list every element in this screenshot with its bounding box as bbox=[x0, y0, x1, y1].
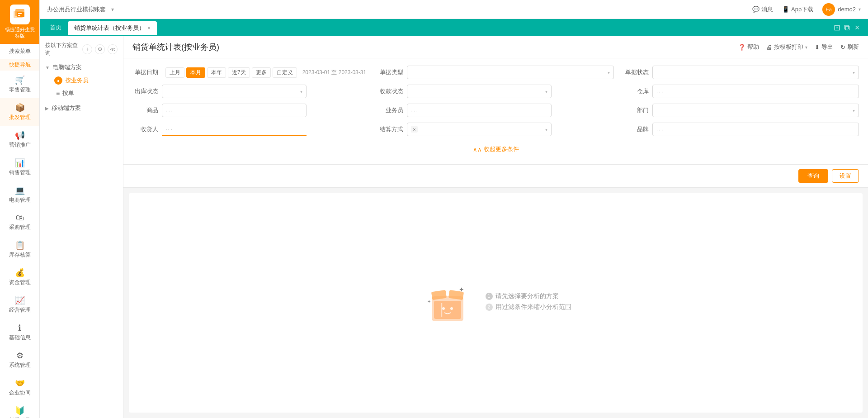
tree-toggle-mobile: ▶ bbox=[45, 106, 49, 111]
logo-text: 畅捷通好生意 标版 bbox=[5, 26, 35, 39]
download-icon: 📱 bbox=[782, 6, 789, 13]
doc-type-input[interactable]: ▾ bbox=[407, 66, 613, 79]
settlement-tag-text: × bbox=[413, 127, 415, 132]
user-action[interactable]: Ea demo2 ▾ bbox=[822, 3, 861, 16]
date-btn-this-month[interactable]: 本月 bbox=[186, 67, 205, 78]
print-icon: 🖨 bbox=[766, 44, 772, 51]
app-download-label: App下载 bbox=[791, 5, 813, 14]
warehouse-input[interactable]: ··· bbox=[652, 85, 859, 98]
filter-item-warehouse: 仓库 ··· bbox=[623, 85, 859, 98]
tree-item-mobile[interactable]: ▶ 移动端方案 bbox=[45, 101, 118, 115]
brand-input[interactable]: ··· bbox=[652, 123, 859, 136]
top-header: 办公用品行业模拟账套 ▾ 💬 消息 📱 App下载 Ea demo2 ▾ bbox=[40, 0, 868, 19]
filter-item-goods: 商品 ··· bbox=[132, 104, 368, 117]
settlement-tag[interactable]: × bbox=[411, 126, 417, 133]
sidebar-item-basic-info[interactable]: ℹ 基础信息 bbox=[0, 318, 39, 346]
add-scheme-button[interactable]: + bbox=[82, 44, 92, 54]
action-bar: 查询 设置 bbox=[123, 165, 868, 188]
svg-point-10 bbox=[442, 307, 445, 310]
settings-scheme-button[interactable]: ⚙ bbox=[95, 44, 105, 54]
refresh-label: 刷新 bbox=[847, 43, 859, 51]
filter-item-doc-type: 单据类型 ▾ bbox=[377, 66, 613, 79]
salesperson-input[interactable]: ··· bbox=[407, 104, 552, 117]
doc-status-input[interactable]: ▾ bbox=[652, 66, 859, 79]
sidebar-item-marketing[interactable]: 📢 营销推广 bbox=[0, 126, 39, 153]
sidebar-item-system[interactable]: ⚙ 系统管理 bbox=[0, 346, 39, 374]
out-status-input[interactable]: ▾ bbox=[162, 85, 307, 98]
filter-item-payment-status: 收款状态 ▾ bbox=[377, 85, 613, 98]
department-label: 部门 bbox=[623, 106, 652, 114]
collapse-more-button[interactable]: ∧∧ 收起更多条件 bbox=[132, 142, 859, 157]
user-name: demo2 bbox=[838, 6, 856, 13]
tab-active[interactable]: 销货单统计表（按业务员） × bbox=[68, 21, 157, 35]
brand-dots: ··· bbox=[656, 126, 664, 133]
search-menu-item[interactable]: 搜索菜单 bbox=[0, 44, 39, 59]
filter-item-department: 部门 ▾ bbox=[623, 104, 859, 117]
tab-home[interactable]: 首页 bbox=[43, 21, 68, 34]
sidebar-item-enterprise[interactable]: 🤝 企业协同 bbox=[0, 374, 39, 401]
date-btn-custom[interactable]: 自定义 bbox=[273, 67, 297, 78]
sidebar-item-inventory[interactable]: 📋 库存核算 bbox=[0, 236, 39, 263]
date-btn-more[interactable]: 更多 bbox=[252, 67, 271, 78]
doc-status-arrow-icon: ▾ bbox=[853, 70, 855, 75]
refresh-button[interactable]: ↻ 刷新 bbox=[840, 43, 859, 51]
header-dropdown[interactable]: ▾ bbox=[111, 6, 114, 13]
tree-child-by-order[interactable]: ≡ 按单 bbox=[54, 87, 118, 100]
query-button[interactable]: 查询 bbox=[798, 169, 828, 183]
help-button[interactable]: ❓ 帮助 bbox=[738, 43, 759, 51]
date-btn-last-month[interactable]: 上月 bbox=[165, 67, 184, 78]
right-content: 销货单统计表(按业务员) ❓ 帮助 🖨 按模板打印 ▾ ⬇ 导出 bbox=[123, 36, 868, 418]
receiver-input[interactable]: ··· bbox=[162, 123, 307, 136]
svg-point-11 bbox=[450, 307, 453, 310]
message-action[interactable]: 💬 消息 bbox=[752, 5, 773, 14]
template-print-label: 按模板打印 bbox=[774, 43, 803, 51]
settlement-label: 结算方式 bbox=[377, 125, 407, 133]
sidebar-item-operations[interactable]: 📈 经营管理 bbox=[0, 291, 39, 318]
help-label: 帮助 bbox=[747, 43, 759, 51]
empty-content: ✦ ✦ 1 请先选择要分析的方案 2 用过滤条件来缩小分析范围 bbox=[420, 276, 571, 330]
filter-item-brand: 品牌 ··· bbox=[623, 123, 859, 136]
sidebar-logo[interactable]: 畅捷通好生意 标版 bbox=[0, 0, 39, 44]
tree-child-by-salesperson[interactable]: ● 按业务员 bbox=[54, 74, 118, 87]
tree-item-pc[interactable]: ▼ 电脑端方案 bbox=[45, 61, 118, 74]
sidebar-item-purchase[interactable]: 🛍 采购管理 bbox=[0, 209, 39, 236]
left-panel: 按以下方案查询 + ⚙ ≪ ▼ 电脑端方案 ● 按业务员 bbox=[40, 36, 123, 418]
empty-line2: 用过滤条件来缩小分析范围 bbox=[495, 303, 571, 311]
tab-window-button[interactable]: ⧉ bbox=[844, 23, 850, 33]
export-button[interactable]: ⬇ 导出 bbox=[815, 43, 833, 51]
tree-child-order-label: 按单 bbox=[62, 89, 74, 97]
template-print-button[interactable]: 🖨 按模板打印 ▾ bbox=[766, 43, 807, 51]
empty-svg: ✦ ✦ bbox=[423, 278, 472, 328]
payment-status-input[interactable]: ▾ bbox=[407, 85, 552, 98]
sidebar-item-sales[interactable]: 📊 销售管理 bbox=[0, 153, 39, 181]
header-left: 办公用品行业模拟账套 ▾ bbox=[47, 5, 114, 14]
tab-expand-button[interactable]: ⊡ bbox=[834, 23, 840, 33]
collapse-panel-button[interactable]: ≪ bbox=[108, 44, 118, 54]
sidebar-item-newbie[interactable]: 🔰 新手引导 bbox=[0, 401, 39, 418]
sidebar-item-ecommerce[interactable]: 💻 电商管理 bbox=[0, 181, 39, 209]
doc-type-arrow-icon: ▾ bbox=[608, 70, 610, 75]
sidebar-item-wholesale[interactable]: 📦 批发管理 bbox=[0, 98, 39, 126]
filter-item-settlement: 结算方式 × ▾ bbox=[377, 123, 613, 136]
active-dot: ● bbox=[54, 76, 62, 85]
out-status-arrow-icon: ▾ bbox=[300, 89, 302, 94]
settlement-input[interactable]: × ▾ bbox=[407, 123, 552, 136]
svg-text:✦: ✦ bbox=[459, 286, 464, 293]
department-input[interactable]: ▾ bbox=[652, 104, 859, 117]
svg-text:✦: ✦ bbox=[427, 299, 431, 304]
collapse-icon: ∧∧ bbox=[473, 146, 482, 153]
settings-button[interactable]: 设置 bbox=[832, 169, 859, 183]
date-btn-this-year[interactable]: 本年 bbox=[207, 67, 226, 78]
sidebar-item-retail[interactable]: 🛒 零售管理 bbox=[0, 71, 39, 98]
avatar-text: Ea bbox=[826, 7, 832, 12]
date-btn-7days[interactable]: 近7天 bbox=[228, 67, 250, 78]
quick-nav-item[interactable]: 快捷导航 bbox=[0, 59, 39, 71]
goods-input[interactable]: ··· bbox=[162, 104, 307, 117]
filter-area: 单据日期 上月 本月 本年 近7天 更多 自定义 2023-03-01 至 20… bbox=[123, 58, 868, 165]
sidebar-item-finance[interactable]: 💰 资金管理 bbox=[0, 263, 39, 291]
tree-toggle-pc: ▼ bbox=[45, 65, 50, 70]
step1-icon: 1 bbox=[486, 293, 493, 300]
app-download-action[interactable]: 📱 App下载 bbox=[782, 5, 813, 14]
tab-close-all-button[interactable]: × bbox=[850, 20, 864, 35]
tab-close-button[interactable]: × bbox=[147, 25, 151, 31]
